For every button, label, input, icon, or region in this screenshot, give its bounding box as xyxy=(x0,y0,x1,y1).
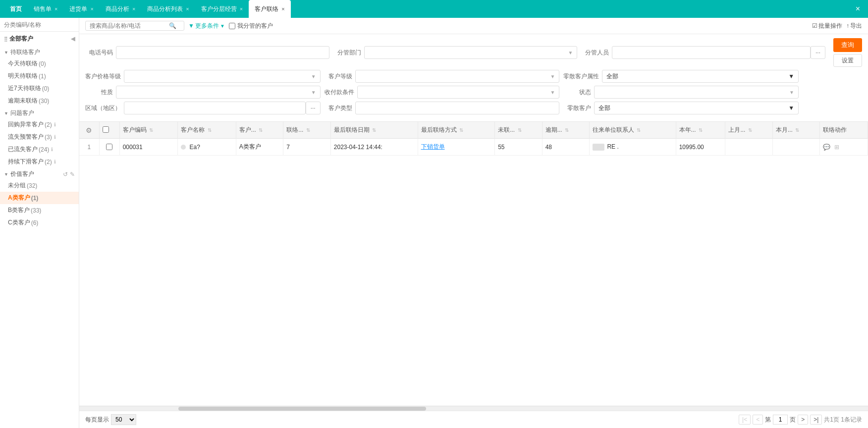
col-customer-name[interactable]: 客户名称 ⇅ xyxy=(178,122,236,139)
col-settings[interactable]: ⚙ xyxy=(79,122,99,139)
sort-last-contact-date: ⇅ xyxy=(372,127,376,133)
page-number-input[interactable] xyxy=(773,415,788,425)
sidebar-item-class-c[interactable]: C类客户 (6) xyxy=(0,216,79,229)
dept-select[interactable]: ▼ xyxy=(364,46,578,59)
close-customer-contact-tab[interactable]: × xyxy=(281,6,284,12)
customer-type-input[interactable] xyxy=(355,102,560,114)
cell-last-contact-method[interactable]: 下销货单 xyxy=(418,139,495,156)
info-icon-repurchase: ℹ xyxy=(54,122,56,127)
payment-select[interactable]: ▼ xyxy=(357,86,560,99)
payment-chevron: ▼ xyxy=(550,90,555,95)
sidebar-group-pending[interactable]: ▼ 待联络客户 xyxy=(0,46,79,57)
col-this-month[interactable]: 本月... ⇅ xyxy=(772,122,819,139)
sidebar-group-value[interactable]: ▼ 价值客户 ↺ ✎ xyxy=(0,168,79,179)
region-select[interactable] xyxy=(124,102,306,114)
sidebar-item-unsorted[interactable]: 未分组 (32) xyxy=(0,179,79,192)
filter-more-conditions[interactable]: ▼ 更多条件 ▼ xyxy=(188,22,225,30)
qr-icon[interactable]: ⊞ xyxy=(834,144,839,151)
export-button[interactable]: ↑ 导出 xyxy=(846,22,862,30)
row-checkbox[interactable] xyxy=(106,144,112,150)
cell-last-month xyxy=(725,139,772,156)
sidebar-search-input[interactable] xyxy=(4,21,78,28)
tab-product-analysis[interactable]: 商品分析 × xyxy=(100,0,141,18)
close-sales-tab[interactable]: × xyxy=(54,6,57,12)
select-all-checkbox[interactable] xyxy=(103,126,109,133)
first-page-button[interactable]: |< xyxy=(739,415,751,425)
nature-select[interactable]: ▼ xyxy=(116,86,321,99)
person-dots-button[interactable]: ··· xyxy=(811,46,825,59)
filter-search-icon: 🔍 xyxy=(169,22,176,29)
col-contact-count[interactable]: 联络... ⇅ xyxy=(283,122,330,139)
batch-operation-button[interactable]: ☑ 批量操作 xyxy=(812,22,842,30)
sidebar-item-class-a[interactable]: A类客户 (1) xyxy=(0,192,79,204)
col-checkbox[interactable] xyxy=(99,122,119,139)
close-product-analysis-tab[interactable]: × xyxy=(132,6,135,12)
prev-page-button[interactable]: < xyxy=(753,415,763,425)
collapse-sidebar-icon[interactable]: ◀ xyxy=(71,36,75,42)
retail-customer-select[interactable]: 全部 ▼ xyxy=(594,102,799,114)
query-button[interactable]: 查询 xyxy=(833,38,862,52)
phone-input[interactable] xyxy=(116,46,329,59)
sidebar-item-lost-predicted[interactable]: 流失预警客户 (3) ℹ xyxy=(0,131,79,143)
col-customer-grade[interactable]: 客户... ⇅ xyxy=(236,122,283,139)
filter-row-1: 电话号码 分管部门 ▼ 分管人员 ··· xyxy=(85,38,862,67)
table-settings-icon[interactable]: ⚙ xyxy=(86,126,92,134)
chat-icon[interactable]: 💬 xyxy=(823,144,830,151)
close-customer-segment-tab[interactable]: × xyxy=(240,6,243,12)
settings-button[interactable]: 设置 xyxy=(833,54,862,67)
col-not-contacted[interactable]: 未联... ⇅ xyxy=(495,122,542,139)
tab-home[interactable]: 首页 xyxy=(4,0,28,18)
sidebar-item-overdue-contact[interactable]: 逾期未联络 (30) xyxy=(0,95,79,107)
export-icon: ↑ xyxy=(846,22,849,29)
sidebar-item-repurchase[interactable]: 回购异常客户 (2) ℹ xyxy=(0,118,79,131)
sidebar-all-customers[interactable]: ⣿ 全部客户 ◀ xyxy=(0,32,79,46)
customer-grade-select[interactable]: ▼ xyxy=(355,70,560,83)
cell-overdue: 48 xyxy=(542,139,589,156)
col-overdue[interactable]: 逾期... ⇅ xyxy=(542,122,589,139)
tab-product-analysis-list[interactable]: 商品分析列表 × xyxy=(141,0,195,18)
close-product-analysis-list-tab[interactable]: × xyxy=(186,6,189,12)
filter-my-customers[interactable]: 我分管的客户 xyxy=(229,22,273,30)
horizontal-scrollbar[interactable] xyxy=(79,406,868,411)
cell-customer-name: Ea? xyxy=(178,139,236,156)
sidebar-group-problem[interactable]: ▼ 问题客户 xyxy=(0,107,79,118)
person-select[interactable] xyxy=(612,46,811,59)
sidebar-item-declining[interactable]: 持续下滑客户 (2) ℹ xyxy=(0,156,79,168)
scrollbar-thumb[interactable] xyxy=(178,407,426,411)
col-company-contact[interactable]: 往来单位联系人 ⇅ xyxy=(590,122,676,139)
next-page-button[interactable]: > xyxy=(798,415,808,425)
sidebar-item-tomorrow[interactable]: 明天待联络 (1) xyxy=(0,70,79,82)
filter-search-input[interactable] xyxy=(90,22,169,29)
cell-checkbox[interactable] xyxy=(99,139,119,156)
price-grade-select[interactable]: ▼ xyxy=(124,70,321,83)
cell-last-contact-date: 2023-04-12 14:44: xyxy=(330,139,418,156)
tab-sales[interactable]: 销售单 × xyxy=(28,0,63,18)
my-customers-checkbox[interactable] xyxy=(229,23,235,29)
filter-customer-type: 客户类型 xyxy=(325,102,560,114)
retail-customer-chevron: ▼ xyxy=(788,105,794,111)
col-last-contact-date[interactable]: 最后联络日期 ⇅ xyxy=(330,122,418,139)
tab-customer-segment[interactable]: 客户分层经营 × xyxy=(195,0,249,18)
sidebar-item-already-lost[interactable]: 已流失客户 (24) ℹ xyxy=(0,143,79,156)
sidebar-item-week[interactable]: 近7天待联络 (0) xyxy=(0,82,79,95)
price-grade-chevron: ▼ xyxy=(311,74,316,79)
tab-purchase[interactable]: 进货单 × xyxy=(63,0,99,18)
last-page-button[interactable]: >| xyxy=(810,415,822,425)
retail-attr-select[interactable]: 全部 ▼ xyxy=(602,70,799,83)
col-last-contact-method[interactable]: 最后联络方式 ⇅ xyxy=(418,122,495,139)
sidebar-item-today[interactable]: 今天待联络 (0) xyxy=(0,57,79,70)
close-all-tabs[interactable]: × xyxy=(852,4,864,13)
col-last-month[interactable]: 上月... ⇅ xyxy=(725,122,772,139)
page-size-select[interactable]: 50 100 200 xyxy=(111,414,136,425)
status-select[interactable]: ▼ xyxy=(594,86,799,99)
edit-icon[interactable]: ✎ xyxy=(70,171,75,178)
contact-method-link[interactable]: 下销货单 xyxy=(421,143,445,150)
refresh-icon[interactable]: ↺ xyxy=(63,171,68,178)
region-dots-button[interactable]: ··· xyxy=(306,102,321,114)
col-customer-code[interactable]: 客户编码 ⇅ xyxy=(119,122,178,139)
sidebar-item-class-b[interactable]: B类客户 (33) xyxy=(0,204,79,216)
tab-customer-contact[interactable]: 客户联络 × xyxy=(249,0,290,18)
close-purchase-tab[interactable]: × xyxy=(90,6,93,12)
cell-not-contacted: 55 xyxy=(495,139,542,156)
col-this-year[interactable]: 本年... ⇅ xyxy=(676,122,725,139)
